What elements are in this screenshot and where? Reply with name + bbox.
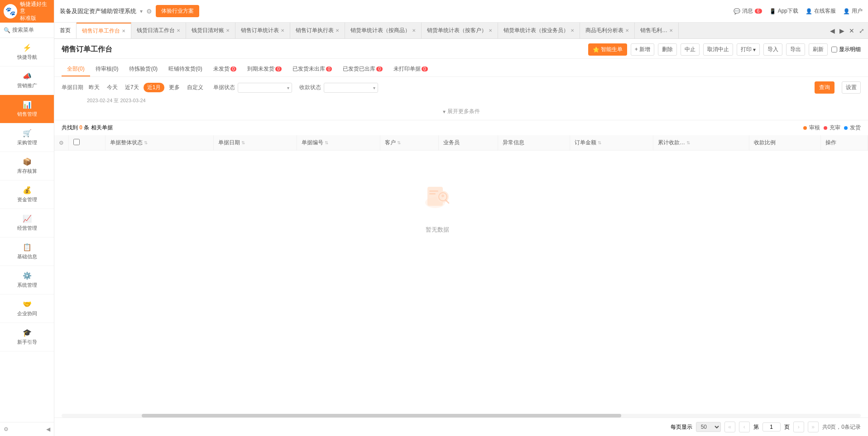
sidebar-search[interactable]: 🔍 搜索菜单 (0, 23, 54, 38)
sales-profit-tab-close[interactable]: ✕ (669, 28, 673, 33)
sidebar-item-finance[interactable]: 💰 资金管理 (0, 180, 54, 209)
tab-prev-btn[interactable]: ◀ (828, 26, 837, 35)
customer-stats-tab[interactable]: 销货单统计表（按客户） ✕ (422, 23, 498, 39)
delete-button[interactable]: 删除 (658, 43, 677, 56)
add-button[interactable]: + 新增 (631, 43, 654, 56)
th-date-sort[interactable]: 单据日期 ⇅ (218, 139, 292, 147)
expand-more-btn[interactable]: ▾ 展开更多条件 (443, 108, 480, 115)
home-tab[interactable]: 首页 (54, 23, 77, 39)
cancel-stop-button[interactable]: 取消中止 (703, 43, 733, 56)
h-scrollbar[interactable] (62, 414, 861, 417)
goods-stats-tab-close[interactable]: ✕ (412, 28, 416, 33)
show-detail-checkbox[interactable]: 显示明细 (831, 46, 861, 53)
column-settings-icon[interactable]: ⚙ (59, 140, 64, 146)
filter-tab-unprinted[interactable]: 未打印单据0 (388, 62, 433, 76)
th-collected-sort[interactable]: 累计收款… ⇅ (658, 139, 744, 147)
next-page-btn[interactable]: › (793, 422, 804, 432)
cash-goods-tab-close[interactable]: ✕ (177, 28, 180, 33)
sidebar-item-sales[interactable]: 📊 销售管理 (0, 95, 54, 123)
user-item[interactable]: 👤 用户 (843, 7, 863, 15)
date-today-btn[interactable]: 今天 (104, 83, 120, 92)
th-amount-sort[interactable]: 订单金额 ⇅ (575, 139, 648, 147)
topbar-gear-icon[interactable]: ⚙ (146, 8, 152, 15)
th-number-sort[interactable]: 单据编号 ⇅ (302, 139, 375, 147)
app-download-item[interactable]: 📱 App下载 (769, 7, 798, 15)
sidebar-item-inventory[interactable]: 📦 库存核算 (0, 152, 54, 180)
th-customer-sort[interactable]: 客户 ⇅ (385, 139, 434, 147)
show-detail-input[interactable] (831, 47, 837, 52)
goods-stats-tab[interactable]: 销货单统计表（按商品） ✕ (345, 23, 422, 39)
profit-tab-close[interactable]: ✕ (625, 28, 629, 33)
sidebar-item-operation[interactable]: 📈 经营管理 (0, 209, 54, 237)
filter-tab-inspect[interactable]: 待拣验货(0) (124, 62, 163, 76)
payment-select[interactable] (324, 83, 378, 93)
filter-tab-unshipped[interactable]: 未发货0 (208, 62, 242, 76)
smart-create-button[interactable]: ⭐ 智能生单 (588, 43, 627, 56)
filter-tab-shop[interactable]: 旺铺待发货(0) (163, 62, 208, 76)
audit-action[interactable]: 审核 (803, 124, 820, 132)
sidebar-item-quick-nav[interactable]: ⚡ 快捷导航 (0, 38, 54, 66)
sidebar-item-marketing[interactable]: 📣 营销推广 (0, 66, 54, 95)
refresh-button[interactable]: 刷新 (809, 43, 828, 56)
page-input[interactable] (762, 422, 781, 431)
cancel-audit-action[interactable]: 充审 (824, 124, 840, 132)
guide-icon: 🎓 (23, 328, 32, 337)
query-button[interactable]: 查询 (815, 81, 834, 94)
page-size-select[interactable]: 50 100 200 (696, 422, 721, 432)
sidebar-item-guide[interactable]: 🎓 新手引导 (0, 323, 54, 351)
online-service-item[interactable]: 👤 在线客服 (806, 7, 836, 15)
sidebar-item-system[interactable]: ⚙️ 系统管理 (0, 266, 54, 294)
status-select[interactable] (238, 83, 292, 93)
solution-button[interactable]: 体验行业方案 (156, 5, 199, 17)
sidebar-item-purchase[interactable]: 🛒 采购管理 (0, 123, 54, 152)
import-button[interactable]: 导入 (763, 43, 782, 56)
sidebar-item-cooperation[interactable]: 🤝 企业协同 (0, 294, 54, 323)
settings-button[interactable]: 设置 (842, 81, 861, 94)
filter-tab-shipped[interactable]: 已发货未出库0 (287, 62, 338, 76)
th-status-sort[interactable]: 单据整体状态 ⇅ (110, 139, 209, 147)
customer-stats-tab-close[interactable]: ✕ (489, 28, 492, 33)
sales-exec-tab[interactable]: 销售订单执行表 ✕ (290, 23, 345, 39)
profit-tab[interactable]: 商品毛利分析表 ✕ (580, 23, 635, 39)
sales-stats-tab-close[interactable]: ✕ (281, 28, 284, 33)
sales-order-tab[interactable]: 销售订单工作台 ✕ (77, 23, 131, 39)
sales-order-tab-close[interactable]: ✕ (122, 28, 125, 33)
prev-page-btn[interactable]: ‹ (739, 422, 750, 432)
sales-profit-tab[interactable]: 销售毛利… ✕ (635, 23, 679, 39)
salesperson-stats-tab[interactable]: 销货单统计表（按业务员） ✕ (498, 23, 580, 39)
th-amount-label: 订单金额 (575, 139, 596, 147)
cooperation-label: 企业协同 (17, 310, 37, 317)
print-button[interactable]: 打印 ▾ (737, 43, 760, 56)
reconciliation-tab-close[interactable]: ✕ (226, 28, 230, 33)
reconciliation-tab[interactable]: 钱货日清对账 ✕ (186, 23, 235, 39)
date-custom-btn[interactable]: 自定义 (184, 83, 206, 92)
footer-collapse-icon[interactable]: ◀ (46, 426, 50, 432)
system-dropdown-icon[interactable]: ▾ (140, 8, 143, 14)
footer-gear-icon[interactable]: ⚙ (4, 426, 9, 432)
filter-tab-overdue[interactable]: 到期未发货0 (242, 62, 287, 76)
filter-tab-all[interactable]: 全部(0) (62, 62, 90, 76)
tab-expand-btn[interactable]: ⤢ (857, 26, 866, 35)
date-more-btn[interactable]: 更多 (166, 83, 182, 92)
tab-next-btn[interactable]: ▶ (838, 26, 846, 35)
stop-button[interactable]: 中止 (681, 43, 700, 56)
last-page-btn[interactable]: » (808, 422, 819, 432)
date-yesterday-btn[interactable]: 昨天 (86, 83, 102, 92)
sales-stats-tab[interactable]: 销售订单统计表 ✕ (235, 23, 290, 39)
filter-tab-done[interactable]: 已发货已出库0 (337, 62, 388, 76)
first-page-btn[interactable]: « (724, 422, 735, 432)
message-item[interactable]: 💬 消息 6 (734, 7, 762, 15)
select-all-checkbox[interactable] (73, 139, 80, 145)
ship-action[interactable]: 发货 (844, 124, 861, 132)
tab-close-all-btn[interactable]: ✕ (847, 26, 856, 35)
export-button[interactable]: 导出 (786, 43, 805, 56)
online-service-label: 在线客服 (814, 7, 836, 15)
salesperson-stats-tab-close[interactable]: ✕ (571, 28, 574, 33)
filter-tab-pending[interactable]: 待审核(0) (90, 62, 124, 76)
date-1month-btn[interactable]: 近1月 (144, 83, 165, 92)
sales-exec-tab-close[interactable]: ✕ (336, 28, 339, 33)
cash-goods-tab[interactable]: 钱货日清工作台 ✕ (131, 23, 186, 39)
sidebar-item-basic-info[interactable]: 📋 基础信息 (0, 237, 54, 266)
date-7days-btn[interactable]: 近7天 (122, 83, 142, 92)
filter-tabs: 全部(0) 待审核(0) 待拣验货(0) 旺铺待发货(0) 未发货0 到期未发货… (54, 59, 868, 77)
